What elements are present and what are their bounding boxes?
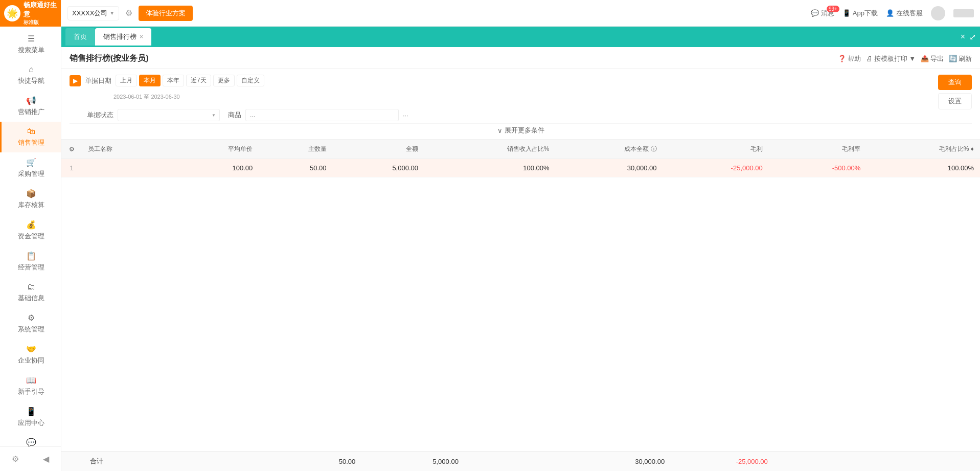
refresh-btn[interactable]: 🔄 刷新: [949, 54, 972, 63]
col-rank: ⚙: [61, 140, 82, 159]
topbar: XXXXX公司 ▼ ⚙ 体验行业方案 💬 消息 99+ 📱 App下载 👤 在线…: [61, 0, 980, 27]
cell-rank: 1: [61, 159, 82, 177]
col-gross-rate: 毛利率: [769, 140, 867, 159]
chevron-down-icon: ▼: [109, 10, 115, 16]
tab-home[interactable]: 首页: [65, 28, 95, 46]
message-btn[interactable]: 💬 消息 99+: [811, 9, 834, 18]
main-content: XXXXX公司 ▼ ⚙ 体验行业方案 💬 消息 99+ 📱 App下载 👤 在线…: [61, 0, 980, 471]
goods-input[interactable]: [245, 109, 399, 121]
sidebar-item-operations[interactable]: 📋 经营管理: [0, 246, 61, 277]
logo-icon: 🌟: [4, 5, 20, 21]
last-7-days-btn[interactable]: 近7天: [186, 75, 211, 86]
col-gross-pct: 毛利占比% ♦: [867, 140, 980, 159]
sidebar-item-base-info[interactable]: 🗂 基础信息: [0, 277, 61, 308]
tabbar: 首页 销售排行榜 × × ⤢: [61, 27, 980, 47]
sidebar-item-app-center[interactable]: 📱 应用中心: [0, 401, 61, 433]
last-month-btn[interactable]: 上月: [116, 75, 137, 86]
system-icon: ⚙: [28, 313, 35, 323]
cell-avg-price: 100.00: [170, 159, 259, 177]
sidebar-settings-btn[interactable]: ⚙: [10, 452, 21, 466]
expand-chevron-icon: ∨: [497, 127, 503, 134]
industry-btn[interactable]: 体验行业方案: [139, 6, 193, 21]
this-month-btn[interactable]: 本月: [139, 75, 161, 86]
sidebar-item-sales[interactable]: 🛍 销售管理: [0, 122, 61, 152]
sidebar-item-marketing[interactable]: 📢 营销推广: [0, 91, 61, 122]
topbar-right: 💬 消息 99+ 📱 App下载 👤 在线客服: [811, 6, 974, 20]
this-year-btn[interactable]: 本年: [163, 75, 184, 86]
company-name: XXXXX公司: [72, 9, 107, 18]
wechat-icon: 💬: [26, 438, 36, 446]
sidebar-collapse-btn[interactable]: ◀: [41, 452, 51, 466]
user-avatar[interactable]: [931, 6, 945, 20]
export-btn[interactable]: 📤 导出: [921, 54, 944, 63]
cell-gross: -25,000.00: [663, 159, 769, 177]
app-logo: 🌟 畅康通好生意 标准版: [0, 0, 61, 27]
base-info-icon: 🗂: [27, 282, 35, 291]
query-btn[interactable]: 查询: [938, 75, 972, 90]
print-chevron-icon: ▼: [909, 55, 916, 62]
status-select[interactable]: [118, 109, 220, 121]
finance-icon: 💰: [26, 220, 36, 230]
page-content: 销售排行榜(按业务员) ❓ 帮助 🖨 按模板打印 ▼ 📤 导出 🔄 刷新: [61, 47, 980, 471]
sidebar-nav: ☰ 搜索菜单 ⌂ 快捷导航 📢 营销推广 🛍 销售管理 🛒 采购管理 📦 库存核…: [0, 27, 61, 446]
tab-sales-ranking[interactable]: 销售排行榜 ×: [95, 28, 151, 46]
help-btn[interactable]: ❓ 帮助: [838, 54, 861, 63]
sidebar-item-inventory[interactable]: 📦 库存核算: [0, 184, 61, 215]
filter-toggle[interactable]: ▶: [70, 75, 81, 86]
tab-close-icon[interactable]: ×: [140, 33, 143, 40]
footer-gross: -25,000.00: [665, 458, 768, 465]
help-icon: ❓: [838, 55, 846, 62]
app-download-btn[interactable]: 📱 App下载: [842, 9, 878, 18]
custom-btn[interactable]: 自定义: [237, 75, 264, 86]
settings-btn[interactable]: 设置: [938, 93, 972, 109]
cell-cost: 30,000.00: [556, 159, 663, 177]
table-row: 1 100.00 50.00 5,000.00 100.00% 30,000.0…: [61, 159, 980, 177]
template-print-btn[interactable]: 🖨 按模板打印 ▼: [866, 54, 916, 63]
status-select-wrapper: [118, 109, 220, 121]
more-btn[interactable]: 更多: [213, 75, 235, 86]
fullscreen-icon[interactable]: ⤢: [969, 32, 976, 42]
export-icon: 📤: [921, 55, 929, 62]
app-center-icon: 📱: [26, 407, 36, 416]
sidebar-item-system[interactable]: ⚙ 系统管理: [0, 308, 61, 339]
company-selector[interactable]: XXXXX公司 ▼: [67, 6, 119, 20]
cell-amount: 5,000.00: [333, 159, 424, 177]
goods-more-icon[interactable]: ···: [403, 111, 408, 119]
download-icon: 📱: [842, 9, 851, 17]
logo-text: 畅康通好生意 标准版: [24, 1, 57, 26]
table-header-row: ⚙ 员工名称 平均单价 主数量 全额 销售收入占比% 成本全额 ⓘ 毛利 毛利率…: [61, 140, 980, 159]
sidebar-item-quick-nav[interactable]: ⌂ 快捷导航: [0, 60, 61, 91]
cell-sales-pct: 100.00%: [424, 159, 556, 177]
topbar-gear-icon[interactable]: ⚙: [123, 6, 134, 20]
sidebar-item-search-order[interactable]: ☰ 搜索菜单: [0, 29, 61, 60]
table-wrapper: ⚙ 员工名称 平均单价 主数量 全额 销售收入占比% 成本全额 ⓘ 毛利 毛利率…: [61, 140, 980, 451]
col-name: 员工名称: [82, 140, 170, 159]
inventory-icon: 📦: [26, 189, 36, 198]
col-cost: 成本全额 ⓘ: [556, 140, 663, 159]
quick-nav-icon: ⌂: [29, 65, 34, 74]
enterprise-icon: 🤝: [26, 344, 36, 354]
date-range: 2023-06-01 至 2023-06-30: [113, 94, 180, 100]
filter-area: ▶ 单据日期 上月 本月 本年 近7天 更多 自定义 2023-06-01 至 …: [61, 69, 980, 140]
goods-label: 商品: [228, 110, 241, 120]
operations-icon: 📋: [26, 251, 36, 261]
close-window-icon[interactable]: ×: [961, 32, 965, 42]
col-amount: 全额: [333, 140, 424, 159]
user-name: [953, 9, 974, 17]
footer-amount: 5,000.00: [355, 458, 459, 465]
sidebar-item-beginner[interactable]: 📖 新手引导: [0, 370, 61, 401]
cell-gross-pct: 100.00%: [867, 159, 980, 177]
tab-home-label: 首页: [74, 32, 87, 41]
tabbar-right: × ⤢: [961, 32, 976, 42]
table-footer: 合计 50.00 5,000.00 30,000.00 -25,000.00: [61, 451, 980, 471]
col-sales-pct: 销售收入占比%: [424, 140, 556, 159]
sidebar-item-enterprise[interactable]: 🤝 企业协同: [0, 339, 61, 370]
page-title: 销售排行榜(按业务员): [70, 53, 149, 64]
beginner-icon: 📖: [26, 375, 36, 385]
sidebar-item-wechat[interactable]: 💬 企业微信: [0, 433, 61, 446]
sidebar-item-purchase[interactable]: 🛒 采购管理: [0, 152, 61, 184]
online-service-btn[interactable]: 👤 在线客服: [886, 9, 923, 18]
col-gross: 毛利: [663, 140, 769, 159]
sidebar-item-finance[interactable]: 💰 资金管理: [0, 215, 61, 246]
expand-more-btn[interactable]: ∨ 展开更多条件: [70, 123, 972, 137]
